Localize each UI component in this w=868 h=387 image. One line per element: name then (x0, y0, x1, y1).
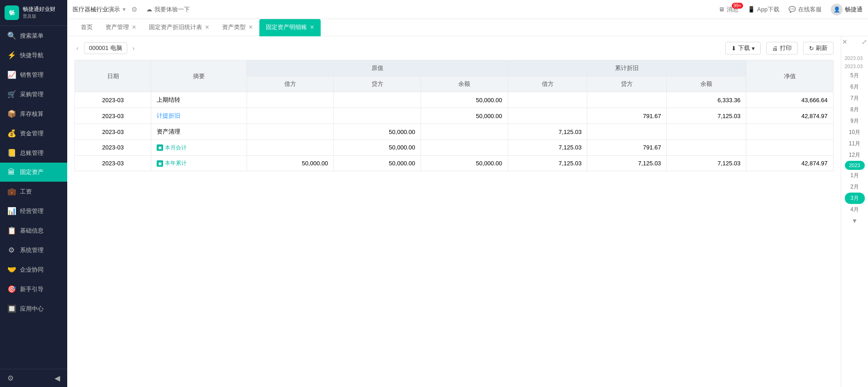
tab-asset-manage-close[interactable]: ✕ (132, 24, 136, 30)
sidebar-item-purchase-label: 采购管理 (20, 90, 44, 99)
month-total-tag: ▣ 本月合计 (157, 144, 187, 152)
cell-date: 2023-03 (75, 92, 151, 108)
collapse-icon[interactable]: ◀ (55, 374, 60, 382)
tab-asset-manage[interactable]: 资产管理 ✕ (99, 19, 143, 36)
sidebar-item-sales-label: 销售管理 (20, 71, 44, 79)
salary-icon: 💼 (7, 187, 15, 196)
timeline-month-5[interactable]: 5月 (845, 70, 865, 81)
cell-orig-balance: 50,000.00 (421, 155, 508, 171)
cell-orig-balance (421, 124, 508, 140)
user-button[interactable]: 👤 畅捷通 (831, 4, 863, 15)
sidebar-item-ledger[interactable]: 📒 总账管理 (0, 143, 67, 163)
tab-asset-type-label: 资产类型 (222, 23, 246, 31)
timeline-month-1[interactable]: 1月 (845, 170, 865, 181)
system-icon: ⚙ (7, 246, 15, 254)
cell-summary[interactable]: 计提折旧 (151, 108, 247, 124)
experience-button[interactable]: ☁ 我要体验一下 (146, 5, 190, 14)
cell-accum-credit: 791.67 (587, 108, 667, 124)
content-area: ‹ 000001 电脑 › ⬇ 下载 ▾ 🖨 打印 ↻ 刷新 (67, 36, 868, 387)
quick-nav-icon: ⚡ (7, 51, 15, 60)
sidebar-item-business[interactable]: 📊 经营管理 (0, 201, 67, 221)
sidebar-item-sales[interactable]: 📈 销售管理 (0, 65, 67, 84)
timeline-month-4[interactable]: 4月 (845, 204, 865, 215)
cell-net-value (746, 124, 833, 140)
sidebar-item-guide-label: 新手引导 (20, 285, 44, 293)
experience-icon: ☁ (146, 6, 152, 13)
th-summary: 摘要 (151, 60, 247, 92)
download-button[interactable]: ⬇ 下载 ▾ (725, 42, 761, 55)
sidebar-item-guide[interactable]: 🎯 新手引导 (0, 279, 67, 299)
basic-info-icon: 📋 (7, 226, 15, 235)
year-total-tag: ▣ 本年累计 (157, 159, 187, 167)
timeline-month-3-active[interactable]: 3月 (845, 193, 865, 204)
timeline-month-12[interactable]: 12月 (845, 149, 865, 161)
purchase-icon: 🛒 (7, 90, 15, 99)
sidebar-item-fixed-assets[interactable]: 🏛 固定资产 (0, 163, 67, 182)
sidebar-item-salary[interactable]: 💼 工资 (0, 182, 67, 201)
print-button[interactable]: 🖨 打印 (766, 42, 798, 55)
timeline-month-2[interactable]: 2月 (845, 181, 865, 193)
sidebar-item-collab[interactable]: 🤝 企业协同 (0, 260, 67, 279)
prev-asset-button[interactable]: ‹ (74, 44, 80, 53)
asset-nav-right: ⬇ 下载 ▾ 🖨 打印 ↻ 刷新 (725, 42, 833, 55)
sidebar-item-inventory[interactable]: 📦 库存核算 (0, 104, 67, 124)
sidebar-item-system[interactable]: ⚙ 系统管理 (0, 240, 67, 260)
tab-home[interactable]: 首页 (74, 19, 99, 36)
project-selector[interactable]: 医疗器械行业演示 ▾ (73, 5, 126, 14)
sidebar-item-purchase[interactable]: 🛒 采购管理 (0, 84, 67, 104)
timeline-month-10[interactable]: 10月 (845, 127, 865, 138)
sidebar-item-quick-nav[interactable]: ⚡ 快捷导航 (0, 45, 67, 65)
th-accum-balance: 余额 (667, 76, 746, 92)
cell-orig-debit (247, 108, 334, 124)
app-center-icon: 🔲 (7, 304, 15, 313)
settings-icon[interactable]: ⚙ (7, 374, 14, 382)
tab-asset-type[interactable]: 资产类型 ✕ (216, 19, 259, 36)
message-button[interactable]: 🖥 消息 99+ (719, 5, 739, 14)
refresh-button[interactable]: ↻ 刷新 (803, 42, 833, 55)
sidebar-item-app-center-label: 应用中心 (20, 305, 44, 313)
tab-depreciation-stats-label: 固定资产折旧统计表 (149, 23, 202, 31)
timeline-month-11[interactable]: 11月 (845, 138, 865, 149)
table-row: 2023-03 计提折旧 50,000.00 791.67 7,125.03 4… (75, 108, 833, 124)
tab-asset-detail[interactable]: 固定资产明细账 ✕ (259, 19, 321, 36)
experience-label: 我要体验一下 (154, 5, 190, 14)
sidebar-item-basic-info[interactable]: 📋 基础信息 (0, 221, 67, 240)
timeline-month-7[interactable]: 7月 (845, 93, 865, 104)
cell-orig-credit: 50,000.00 (334, 124, 421, 140)
tab-asset-type-close[interactable]: ✕ (248, 24, 253, 30)
timeline-month-6[interactable]: 6月 (845, 81, 865, 93)
cell-orig-balance: 50,000.00 (421, 92, 508, 108)
service-button[interactable]: 💬 在线客服 (789, 5, 822, 14)
tab-depreciation-stats-close[interactable]: ✕ (205, 24, 209, 30)
cell-net-value: 42,874.97 (746, 108, 833, 124)
month-total-tag-icon: ▣ (157, 144, 163, 151)
timeline-panel: ✕ ⤢ 2023.03 2023.03 5月 6月 7月 8月 9月 10月 1… (841, 36, 868, 387)
timeline-nav-down[interactable]: ▼ (845, 217, 865, 224)
sidebar: 畅 畅捷通好业财 普及版 🔍 搜索菜单 ⚡ 快捷导航 📈 销售管理 🛒 采购管理… (0, 0, 67, 387)
timeline-expand-button[interactable]: ⤢ (862, 38, 867, 45)
cell-orig-credit (334, 108, 421, 124)
tab-depreciation-stats[interactable]: 固定资产折旧统计表 ✕ (143, 19, 216, 36)
asset-nav: ‹ 000001 电脑 › ⬇ 下载 ▾ 🖨 打印 ↻ 刷新 (74, 42, 833, 55)
sidebar-item-capital[interactable]: 💰 资金管理 (0, 124, 67, 143)
download-icon: 📱 (748, 6, 755, 13)
project-settings-icon[interactable]: ⚙ (131, 5, 137, 14)
cell-accum-debit: 7,125.03 (508, 124, 587, 140)
table-row: 2023-03 上期结转 50,000.00 6,333.36 43,666.6… (75, 92, 833, 108)
timeline-close-button[interactable]: ✕ (842, 38, 848, 45)
cell-accum-balance: 7,125.03 (667, 108, 746, 124)
next-asset-button[interactable]: › (131, 44, 137, 53)
timeline-month-8[interactable]: 8月 (845, 104, 865, 115)
sidebar-item-capital-label: 资金管理 (20, 129, 44, 138)
timeline-month-9[interactable]: 9月 (845, 115, 865, 127)
logo-sub: 普及版 (23, 13, 55, 20)
sidebar-logo: 畅 畅捷通好业财 普及版 (0, 0, 67, 26)
th-orig-credit: 贷方 (334, 76, 421, 92)
timeline-year-badge[interactable]: 2023 (845, 161, 865, 170)
tab-asset-detail-close[interactable]: ✕ (310, 24, 314, 30)
print-icon: 🖨 (772, 45, 778, 52)
download-button[interactable]: 📱 App下载 (748, 5, 779, 14)
sidebar-item-search[interactable]: 🔍 搜索菜单 (0, 26, 67, 45)
user-avatar: 👤 (831, 4, 843, 15)
sidebar-item-app-center[interactable]: 🔲 应用中心 (0, 299, 67, 318)
